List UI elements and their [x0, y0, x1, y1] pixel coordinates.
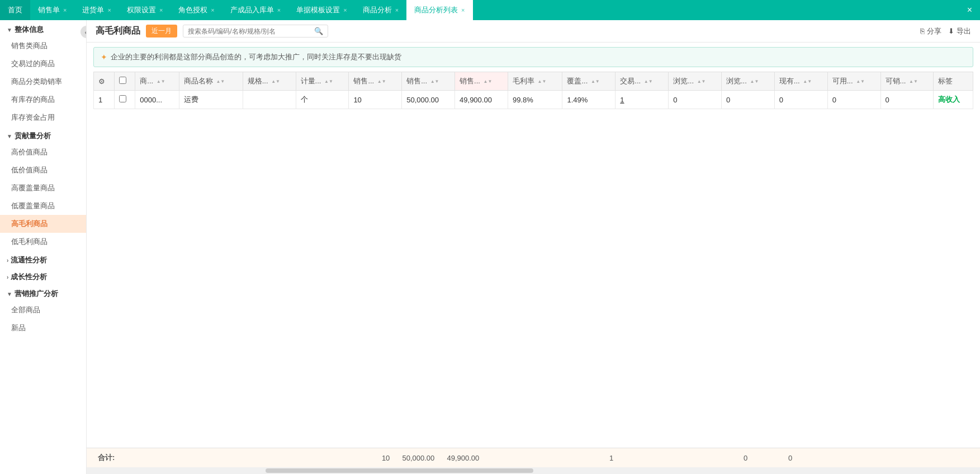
col-index: ⚙ [94, 72, 115, 91]
table-header-row: ⚙ 商... ▲▼ 商品名称 ▲▼ 规格... ▲▼ [94, 72, 973, 91]
nav-product-stock[interactable]: 产成品入库单 × [222, 0, 288, 20]
sidebar-item-new-products[interactable]: 新品 [0, 319, 86, 337]
sidebar: « ▼ 整体信息 销售类商品 交易过的商品 商品分类助销率 有库存的商品 库存资… [0, 20, 87, 474]
close-analysis-list-tab[interactable]: × [461, 7, 465, 13]
content-header: 高毛利商品 近一月 🔍 ⎘ 分享 ⬇ 导出 [87, 20, 980, 43]
products-table: ⚙ 商... ▲▼ 商品名称 ▲▼ 规格... ▲▼ [93, 72, 973, 109]
sidebar-group-liquidity[interactable]: › 流通性分析 [0, 251, 86, 267]
export-button[interactable]: ⬇ 导出 [948, 26, 971, 36]
group-arrow-contribution: ▼ [7, 133, 12, 139]
cell-transaction[interactable]: 1 [616, 91, 669, 109]
col-name[interactable]: 商品名称 ▲▼ [179, 72, 243, 91]
sidebar-item-high-coverage[interactable]: 高覆盖量商品 [0, 179, 86, 197]
footer-sale-qty: 10 [349, 454, 394, 462]
cell-checkbox[interactable] [114, 91, 135, 109]
col-browse1[interactable]: 浏览... ▲▼ [669, 72, 722, 91]
close-role-tab[interactable]: × [211, 7, 214, 13]
col-coverage[interactable]: 覆盖... ▲▼ [562, 72, 616, 91]
transaction-link[interactable]: 1 [620, 96, 624, 104]
info-icon: ✦ [101, 53, 107, 62]
cell-index: 1 [94, 91, 115, 109]
horizontal-scrollbar[interactable] [87, 467, 980, 474]
row-checkbox[interactable] [119, 95, 126, 102]
nav-home[interactable]: 首页 [0, 0, 30, 20]
scrollbar-thumb[interactable] [266, 468, 533, 473]
main-layout: « ▼ 整体信息 销售类商品 交易过的商品 商品分类助销率 有库存的商品 库存资… [0, 20, 980, 474]
footer-sale-cost: 49,900.00 [439, 454, 484, 462]
export-icon: ⬇ [948, 27, 954, 35]
header-actions: ⎘ 分享 ⬇ 导出 [920, 26, 971, 36]
search-input[interactable] [188, 27, 314, 35]
close-template-tab[interactable]: × [343, 7, 347, 13]
sidebar-group-growth[interactable]: › 成长性分析 [0, 267, 86, 284]
cell-browse2: 0 [722, 91, 775, 109]
sidebar-item-all-products[interactable]: 全部商品 [0, 301, 86, 319]
sidebar-item-high-value[interactable]: 高价值商品 [0, 143, 86, 161]
footer-stock: 0 [707, 454, 752, 462]
info-bar: ✦ 企业的主要的利润都是这部分商品创造的，可考虑加大推广，同时关注库存是不要出现… [93, 47, 973, 67]
nav-permission[interactable]: 权限设置 × [119, 0, 171, 20]
col-unit[interactable]: 计量... ▲▼ [296, 72, 349, 91]
sidebar-item-in-stock[interactable]: 有库存的商品 [0, 91, 86, 109]
content-area: 高毛利商品 近一月 🔍 ⎘ 分享 ⬇ 导出 ✦ 企业的主要的利润都是这部分商品创… [87, 20, 980, 474]
sidebar-item-sales-products[interactable]: 销售类商品 [0, 37, 86, 55]
close-product-stock-tab[interactable]: × [277, 7, 281, 13]
sidebar-item-category-rate[interactable]: 商品分类助销率 [0, 73, 86, 91]
group-arrow-growth: › [7, 274, 8, 280]
col-sale-amount[interactable]: 销售... ▲▼ [402, 72, 455, 91]
cell-unit: 个 [296, 91, 349, 109]
cell-name: 运费 [179, 91, 243, 109]
sidebar-group-contribution[interactable]: ▼ 贡献量分析 [0, 126, 86, 143]
cell-saleable: 0 [880, 91, 934, 109]
nav-template[interactable]: 单据模板设置 × [288, 0, 354, 20]
cell-stock: 0 [774, 91, 827, 109]
table-container[interactable]: ⚙ 商... ▲▼ 商品名称 ▲▼ 规格... ▲▼ [87, 72, 980, 448]
filter-recent-month-button[interactable]: 近一月 [146, 25, 177, 37]
top-nav: 首页 销售单 × 进货单 × 权限设置 × 角色授权 × 产成品入库单 × 单据… [0, 0, 980, 20]
col-sale-qty[interactable]: 销售... ▲▼ [349, 72, 402, 91]
cell-sale-cost: 49,900.00 [455, 91, 508, 109]
share-button[interactable]: ⎘ 分享 [920, 26, 941, 36]
col-gross-margin[interactable]: 毛利率 ▲▼ [508, 72, 562, 91]
close-purchase-tab[interactable]: × [107, 7, 111, 13]
group-arrow-marketing: ▼ [7, 291, 12, 297]
nav-analysis-list[interactable]: 商品分析列表 × [406, 0, 472, 20]
nav-product-analysis[interactable]: 商品分析 × [355, 0, 406, 20]
footer-available: 0 [752, 454, 797, 462]
sidebar-item-high-margin[interactable]: 高毛利商品 [0, 215, 86, 233]
footer-label: 合计: [98, 453, 115, 463]
col-tag[interactable]: 标签 [934, 72, 973, 91]
select-all-checkbox[interactable] [119, 77, 126, 84]
sidebar-group-overall[interactable]: ▼ 整体信息 [0, 20, 86, 37]
cell-browse1: 0 [669, 91, 722, 109]
close-product-analysis-tab[interactable]: × [395, 7, 399, 13]
col-checkbox[interactable] [114, 72, 135, 91]
col-browse2[interactable]: 浏览... ▲▼ [722, 72, 775, 91]
nav-sales[interactable]: 销售单 × [30, 0, 74, 20]
share-icon: ⎘ [920, 27, 925, 35]
col-transaction[interactable]: 交易... ▲▼ [616, 72, 669, 91]
group-arrow-overall: ▼ [7, 27, 12, 33]
col-available[interactable]: 可用... ▲▼ [827, 72, 880, 91]
search-icon[interactable]: 🔍 [314, 27, 323, 35]
col-spec[interactable]: 规格... ▲▼ [243, 72, 296, 91]
sidebar-group-marketing[interactable]: ▼ 营销推广分析 [0, 284, 86, 301]
sidebar-item-traded-products[interactable]: 交易过的商品 [0, 55, 86, 73]
footer-sale-amount: 50,000.00 [394, 454, 439, 462]
sidebar-item-low-margin[interactable]: 低毛利商品 [0, 233, 86, 251]
search-box[interactable]: 🔍 [183, 25, 328, 37]
sidebar-item-low-coverage[interactable]: 低覆盖量商品 [0, 197, 86, 215]
close-sales-tab[interactable]: × [63, 7, 67, 13]
nav-purchase[interactable]: 进货单 × [74, 0, 119, 20]
cell-gross-margin: 99.8% [508, 91, 562, 109]
window-close-button[interactable]: × [959, 0, 980, 20]
col-code[interactable]: 商... ▲▼ [135, 72, 179, 91]
col-stock[interactable]: 现有... ▲▼ [774, 72, 827, 91]
close-permission-tab[interactable]: × [159, 7, 163, 13]
footer-transaction: 1 [573, 454, 618, 462]
col-saleable[interactable]: 可销... ▲▼ [880, 72, 934, 91]
sidebar-item-low-value[interactable]: 低价值商品 [0, 161, 86, 179]
sidebar-item-stock-capital[interactable]: 库存资金占用 [0, 109, 86, 126]
nav-role[interactable]: 角色授权 × [171, 0, 222, 20]
col-sale-cost[interactable]: 销售... ▲▼ [455, 72, 508, 91]
